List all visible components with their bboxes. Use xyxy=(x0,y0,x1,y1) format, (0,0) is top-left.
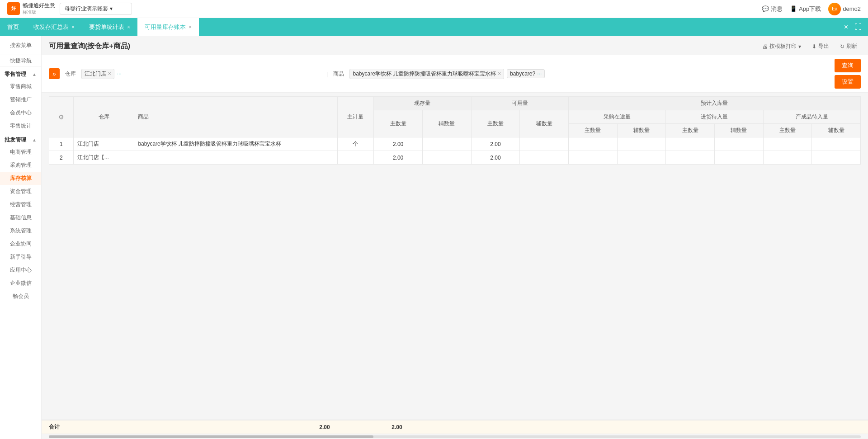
arrow-up-icon: ▲ xyxy=(32,72,37,77)
print-btn[interactable]: 🖨 按模板打印 ▾ xyxy=(759,41,805,52)
sidebar-search[interactable]: 搜索菜单 xyxy=(0,36,41,55)
sidebar-item-quicknav[interactable]: 快捷导航 xyxy=(0,55,41,67)
settings-btn[interactable]: 设置 xyxy=(835,75,861,89)
content: 可用量查询(按仓库+商品) 🖨 按模板打印 ▾ ⬇ 导出 ↻ 刷新 » xyxy=(42,36,868,439)
sidebar-item-enterprise[interactable]: 企业协同 xyxy=(0,237,41,250)
cell-warehouse: 江北门店【... xyxy=(73,151,134,165)
sidebar-item-finance[interactable]: 资金管理 xyxy=(0,185,41,198)
cell-current-aux xyxy=(422,137,471,151)
avatar-text: Ea xyxy=(832,6,837,11)
product-tag2-more[interactable]: ··· xyxy=(537,71,542,77)
store-select[interactable]: 母婴行业演示账套 ▾ xyxy=(60,3,132,15)
sidebar-item-marketing[interactable]: 营销推广 xyxy=(0,93,41,106)
scroll-thumb[interactable] xyxy=(49,435,373,438)
user-menu[interactable]: Ea demo2 xyxy=(828,3,861,15)
product-tag-babycare[interactable]: babycare学饮杯 儿童防摔防撞吸管杯重力球吸嘴杯宝宝水杯 × xyxy=(349,69,504,79)
download-btn[interactable]: 📱 App下载 xyxy=(790,5,821,13)
th-settings[interactable]: ⚙ xyxy=(49,97,74,137)
refresh-btn[interactable]: ↻ 刷新 xyxy=(836,41,861,52)
cell-purchase-main xyxy=(568,151,617,165)
sidebar-search-text[interactable]: 搜索菜单 xyxy=(4,40,38,51)
tab-receive-close[interactable]: × xyxy=(71,24,75,30)
message-btn[interactable]: 💬 消息 xyxy=(762,5,783,13)
cell-avail-main: 2.00 xyxy=(471,151,520,165)
close-all-btn[interactable]: × xyxy=(842,21,850,33)
filter-separator: | xyxy=(326,71,328,77)
th-warehouse: 仓库 xyxy=(73,97,134,137)
tab-order[interactable]: 要货单统计表 × xyxy=(82,18,137,36)
filter-bar: » 仓库 江北门店 × ··· | 商品 babycare学饮杯 儿童防摔防撞吸… xyxy=(42,55,868,93)
print-label: 按模板打印 xyxy=(769,42,797,50)
sidebar-section-wholesale[interactable]: 批发管理 ▲ xyxy=(0,132,41,146)
th-current-stock: 现存量 xyxy=(374,97,471,110)
cell-current-aux xyxy=(422,151,471,165)
th-unit: 主计量 xyxy=(337,97,374,137)
tab-inventory-close[interactable]: × xyxy=(189,24,192,30)
logo-area: 好 畅捷通好生意 标准版 xyxy=(7,2,55,15)
cell-no: 1 xyxy=(49,137,74,151)
product-tag-close[interactable]: × xyxy=(498,71,501,77)
tab-inventory[interactable]: 可用量库存账本 × xyxy=(137,18,199,36)
sidebar-item-newguide[interactable]: 新手引导 xyxy=(0,250,41,264)
page-header: 可用量查询(按仓库+商品) 🖨 按模板打印 ▾ ⬇ 导出 ↻ 刷新 xyxy=(42,36,868,55)
cell-warehouse: 江北门店 xyxy=(73,137,134,151)
cell-purchase-main xyxy=(568,137,617,151)
th-product: 商品 xyxy=(134,97,337,137)
tab-inventory-label: 可用量库存账本 xyxy=(145,23,186,31)
warehouse-tag-close[interactable]: × xyxy=(108,71,111,77)
arrow-down-icon: ▲ xyxy=(32,137,37,142)
message-label: 消息 xyxy=(771,5,783,13)
sidebar-item-purchase[interactable]: 采购管理 xyxy=(0,159,41,172)
top-bar-right: 💬 消息 📱 App下载 Ea demo2 xyxy=(762,3,861,15)
th-inbound-aux: 辅数量 xyxy=(714,124,763,137)
cell-no: 2 xyxy=(49,151,74,165)
sidebar-item-vipmember[interactable]: 畅会员 xyxy=(0,290,41,303)
filter-expand-btn[interactable]: » xyxy=(49,68,60,79)
warehouse-tag-text: 江北门店 xyxy=(85,70,106,78)
nav-right: × ⛶ xyxy=(842,21,868,33)
sidebar-item-system[interactable]: 系统管理 xyxy=(0,224,41,237)
warehouse-label: 仓库 xyxy=(65,70,76,78)
sidebar-section-zerosales[interactable]: 零售管理 ▲ xyxy=(0,67,41,80)
product-tag-text: babycare学饮杯 儿童防摔防撞吸管杯重力球吸嘴杯宝宝水杯 xyxy=(353,70,496,78)
sidebar-item-appcenter[interactable]: 应用中心 xyxy=(0,264,41,277)
sidebar-item-enterprisewx[interactable]: 企业微信 xyxy=(0,277,41,290)
scroll-track[interactable] xyxy=(49,435,861,438)
th-purchase-main: 主数量 xyxy=(568,124,617,137)
cell-product xyxy=(134,151,337,165)
product-tag-babycare2[interactable]: babycare? ··· xyxy=(507,69,545,78)
th-inbound-pending: 进货待入量 xyxy=(666,110,763,124)
th-production-pending: 产成品待入量 xyxy=(763,110,860,124)
th-prod-aux: 辅数量 xyxy=(812,124,861,137)
tab-home[interactable]: 首页 xyxy=(0,18,26,36)
logo-sub: 标准版 xyxy=(23,9,55,15)
sidebar-item-ecommerce[interactable]: 电商管理 xyxy=(0,146,41,159)
cell-prod-aux xyxy=(812,137,861,151)
table-container: ⚙ 仓库 商品 主计量 现存量 xyxy=(42,93,868,420)
tab-order-close[interactable]: × xyxy=(127,24,130,30)
cell-prod-aux xyxy=(812,151,861,165)
warehouse-more[interactable]: ··· xyxy=(117,71,122,77)
page-actions: 🖨 按模板打印 ▾ ⬇ 导出 ↻ 刷新 xyxy=(759,41,861,52)
expand-btn[interactable]: ⛶ xyxy=(853,21,863,33)
sidebar-quicknav-label: 快捷导航 xyxy=(10,57,32,64)
logo-text-block: 畅捷通好生意 标准版 xyxy=(23,2,55,15)
sidebar-item-retailstat[interactable]: 零售统计 xyxy=(0,119,41,132)
page-title: 可用量查询(按仓库+商品) xyxy=(49,42,130,51)
export-btn[interactable]: ⬇ 导出 xyxy=(808,41,833,52)
sidebar-item-mall[interactable]: 零售商城 xyxy=(0,80,41,93)
cell-prod-main xyxy=(763,151,812,165)
cell-prod-main xyxy=(763,137,812,151)
warehouse-tag-jiangbei[interactable]: 江北门店 × xyxy=(81,69,114,79)
sidebar-item-inventorycheck[interactable]: 库存核算 xyxy=(0,172,41,185)
scroll-bar[interactable] xyxy=(42,434,868,439)
sidebar-item-operation[interactable]: 经营管理 xyxy=(0,198,41,211)
table-footer: 合计 2.00 2.00 xyxy=(42,420,868,434)
cell-inbound-aux xyxy=(714,151,763,165)
export-label: 导出 xyxy=(818,42,829,50)
cell-current-main: 2.00 xyxy=(374,137,423,151)
tab-receive[interactable]: 收发存汇总表 × xyxy=(26,18,82,36)
sidebar-item-member[interactable]: 会员中心 xyxy=(0,106,41,119)
sidebar-item-baseinfo[interactable]: 基础信息 xyxy=(0,211,41,224)
query-btn[interactable]: 查询 xyxy=(835,59,861,72)
